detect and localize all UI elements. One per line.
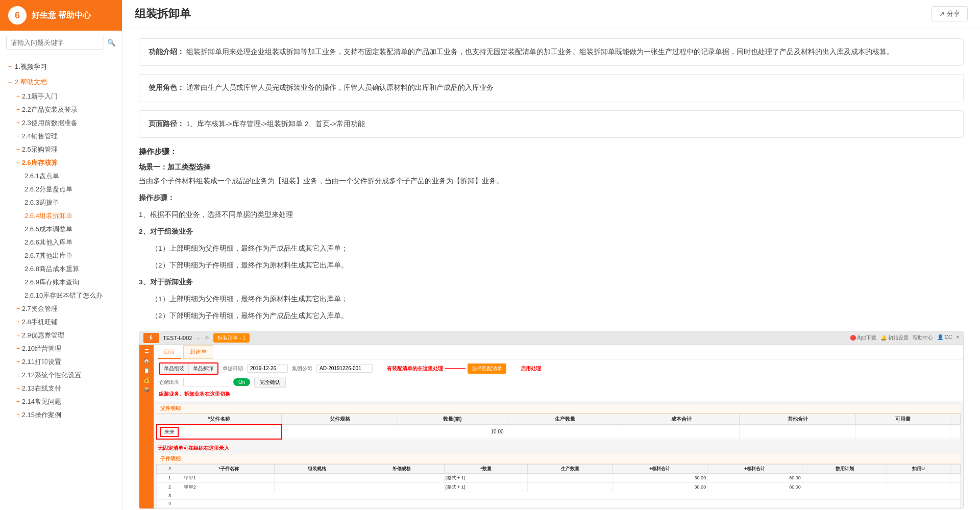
sidebar-item-263[interactable]: 2.6.3调拨单 bbox=[0, 196, 122, 209]
ss-order-label: 集团公司 bbox=[292, 365, 312, 372]
sidebar-item-new[interactable]: + 2.1新手入门 bbox=[0, 90, 122, 103]
ss-date-label: 单据日期 bbox=[223, 365, 243, 372]
sidebar-header: 6 好生意 帮助中心 bbox=[0, 0, 122, 31]
sidebar-sub-label: 2.6.1盘点单 bbox=[24, 172, 59, 180]
plus-icon: + bbox=[16, 106, 20, 113]
sidebar-sub-label: 2.13在线支付 bbox=[22, 384, 61, 392]
role-label: 使用角色： bbox=[149, 84, 184, 91]
plus-icon: + bbox=[16, 133, 20, 140]
operations-heading: 操作步骤： bbox=[139, 147, 964, 157]
plus-icon: + bbox=[16, 372, 20, 379]
ss-type-assemble[interactable]: 单品组装 bbox=[160, 363, 188, 374]
sidebar-sub-label: 2.11打印设置 bbox=[22, 358, 61, 366]
sidebar-item-266[interactable]: 2.6.6其他入库单 bbox=[0, 236, 122, 249]
sidebar-item-2610[interactable]: 2.6.10库存账本错了怎么办 bbox=[0, 289, 122, 302]
ss-order-input[interactable] bbox=[316, 364, 373, 373]
plus-icon: + bbox=[16, 305, 20, 312]
scene1-intro: 当由多个子件材料组装成一个成品的业务为【组装】业务，当由一个父件拆分成多个子产品… bbox=[139, 175, 964, 188]
top-bar: 组装拆卸单 ↗ 分享 bbox=[122, 0, 980, 28]
logo-char: 6 bbox=[15, 10, 20, 21]
plus-icon: + bbox=[16, 146, 20, 153]
sidebar-item-267[interactable]: 2.6.7其他出库单 bbox=[0, 249, 122, 262]
sidebar-item-docs[interactable]: − 2.帮助文档 bbox=[0, 75, 122, 90]
plus-icon: + bbox=[16, 319, 20, 326]
function-intro-label: 功能介绍： bbox=[149, 48, 184, 56]
search-bar: 🔍 bbox=[0, 31, 122, 55]
ss-tab-new[interactable]: 新建单 bbox=[183, 345, 213, 359]
sidebar-sub-label: 2.5采购管理 bbox=[22, 145, 58, 153]
sidebar-sub-label: 2.6.3调拨单 bbox=[24, 199, 59, 206]
step1: 1、根据不同的业务，选择不同单据的类型来处理 bbox=[139, 209, 964, 222]
step3-2: （2）下部明细为子件明细，最终作为产成品生成其它入库单。 bbox=[151, 310, 964, 323]
ss-title: TEST-H002 bbox=[163, 335, 192, 341]
sidebar-sub-label: 2.6.9库存账本查询 bbox=[24, 278, 79, 286]
share-button[interactable]: ↗ 分享 bbox=[932, 6, 968, 21]
sidebar-sub-label: 2.7资金管理 bbox=[22, 305, 58, 312]
sidebar-item-214[interactable]: + 2.14常见问题 bbox=[0, 395, 122, 408]
sidebar-item-label: 2.帮助文档 bbox=[15, 78, 47, 87]
sidebar-item-video[interactable]: + 1.视频学习 bbox=[0, 59, 122, 75]
plus-icon: + bbox=[16, 411, 20, 419]
plus-icon: + bbox=[16, 345, 20, 352]
plus-icon: + bbox=[16, 398, 20, 405]
nav-tree: + 1.视频学习 − 2.帮助文档 + 2.1新手入门 + 2.2产品安装及登录… bbox=[0, 55, 122, 510]
sidebar-sub-label: 2.12系统个性化设置 bbox=[22, 371, 81, 379]
sidebar-item-268[interactable]: 2.6.8商品成本重算 bbox=[0, 262, 122, 276]
sidebar-item-dataprep[interactable]: + 2.3使用前数据准备 bbox=[0, 116, 122, 130]
role-text: 通常由生产人员或库管人员完成拆装业务的操作，库管人员确认原材料的出库和产成品的入… bbox=[186, 84, 494, 91]
ss-date-input[interactable] bbox=[247, 364, 288, 373]
sidebar-item-label: 1.视频学习 bbox=[15, 62, 47, 71]
step3-1: （1）上部明细为父件明细，最终作为原材料生成其它出库单； bbox=[151, 293, 964, 306]
ss-type-disassemble[interactable]: 单品拆卸 bbox=[188, 363, 217, 374]
search-button[interactable]: 🔍 bbox=[107, 39, 116, 46]
sidebar-item-264[interactable]: 2.6.4组装拆卸单 bbox=[0, 209, 122, 223]
sidebar-sub-label: 2.15操作案例 bbox=[22, 411, 61, 419]
sidebar-item-install[interactable]: + 2.2产品安装及登录 bbox=[0, 103, 122, 116]
path-text: 1、库存核算->库存管理->组装拆卸单 2、首页->常用功能 bbox=[186, 120, 365, 128]
scene1-heading: 场景一：加工类型选择 bbox=[139, 163, 964, 172]
sidebar-item-29[interactable]: + 2.9优惠券管理 bbox=[0, 329, 122, 342]
plus-icon: + bbox=[16, 385, 20, 392]
ss-tab-home[interactable]: 自贡 bbox=[158, 345, 181, 359]
sidebar: 6 好生意 帮助中心 🔍 + 1.视频学习 − 2.帮助文档 + 2.1新手入门… bbox=[0, 0, 122, 510]
ss-confirm-btn[interactable]: 完全确认 bbox=[254, 377, 286, 388]
scene1-label: 场景一：加工类型选择 bbox=[139, 163, 210, 171]
sidebar-item-212[interactable]: + 2.12系统个性化设置 bbox=[0, 369, 122, 382]
sidebar-item-27[interactable]: + 2.7资金管理 bbox=[0, 302, 122, 315]
sidebar-sub-label: 2.6.7其他出库单 bbox=[24, 252, 72, 259]
sidebar-sub-label: 2.2产品安装及登录 bbox=[22, 106, 78, 113]
sidebar-item-purchase[interactable]: + 2.5采购管理 bbox=[0, 143, 122, 156]
sidebar-item-213[interactable]: + 2.13在线支付 bbox=[0, 382, 122, 395]
sidebar-item-265[interactable]: 2.6.5成本调整单 bbox=[0, 223, 122, 236]
ss-parent-section: 父件明细 bbox=[156, 404, 961, 414]
sidebar-sub-label: 2.8手机旺铺 bbox=[22, 318, 58, 326]
sidebar-item-210[interactable]: + 2.10经营管理 bbox=[0, 342, 122, 355]
screenshot-container: 6 TEST-H002 ⌄ ⚙ 拆装清单 - 1 🔴 App下载 🔔 初始设置 … bbox=[139, 331, 964, 509]
step2-1: （1）上部明细为父件明细，最终作为产成品生成其它入库单； bbox=[151, 242, 964, 255]
sidebar-item-28[interactable]: + 2.8手机旺铺 bbox=[0, 315, 122, 329]
sidebar-item-211[interactable]: + 2.11打印设置 bbox=[0, 355, 122, 369]
sidebar-sub-label: 2.6.2分量盘点单 bbox=[24, 185, 72, 193]
sidebar-item-261[interactable]: 2.6.1盘点单 bbox=[0, 169, 122, 183]
ss-toggle[interactable]: On bbox=[233, 378, 250, 386]
sidebar-sub-label: 2.6库存核算 bbox=[22, 159, 58, 166]
sidebar-sub-label: 2.4销售管理 bbox=[22, 132, 58, 140]
main-content: 组装拆卸单 ↗ 分享 功能介绍： 组装拆卸单用来处理企业组装或拆卸等加工业务，支… bbox=[122, 0, 980, 510]
sidebar-sub-label: 2.10经营管理 bbox=[22, 345, 61, 352]
ss-choose-btn[interactable]: 选择匹配清单 bbox=[468, 363, 506, 374]
function-intro-text: 组装拆卸单用来处理企业组装或拆卸等加工业务，支持有固定装配清单的产品加工业务，也… bbox=[186, 48, 894, 56]
sidebar-item-215[interactable]: + 2.15操作案例 bbox=[0, 408, 122, 422]
page-title: 组装拆卸单 bbox=[135, 6, 191, 21]
search-input[interactable] bbox=[6, 36, 104, 50]
sidebar-sub-label: 2.6.5成本调整单 bbox=[24, 225, 72, 233]
ss-annotation4: 无固定清单可在组织在这里录入 bbox=[158, 445, 229, 451]
sidebar-sub-label: 2.6.6其他入库单 bbox=[24, 238, 72, 246]
app-name: 好生意 帮助中心 bbox=[32, 10, 91, 21]
ss-child-section: 子件明细 bbox=[156, 454, 961, 464]
sidebar-item-269[interactable]: 2.6.9库存账本查询 bbox=[0, 276, 122, 289]
ss-warehouse-input[interactable] bbox=[183, 378, 229, 386]
sidebar-item-sales[interactable]: + 2.4销售管理 bbox=[0, 130, 122, 143]
plus-icon: + bbox=[16, 332, 20, 339]
sidebar-item-warehouse[interactable]: − 2.6库存核算 bbox=[0, 156, 122, 169]
sidebar-item-262[interactable]: 2.6.2分量盘点单 bbox=[0, 183, 122, 196]
